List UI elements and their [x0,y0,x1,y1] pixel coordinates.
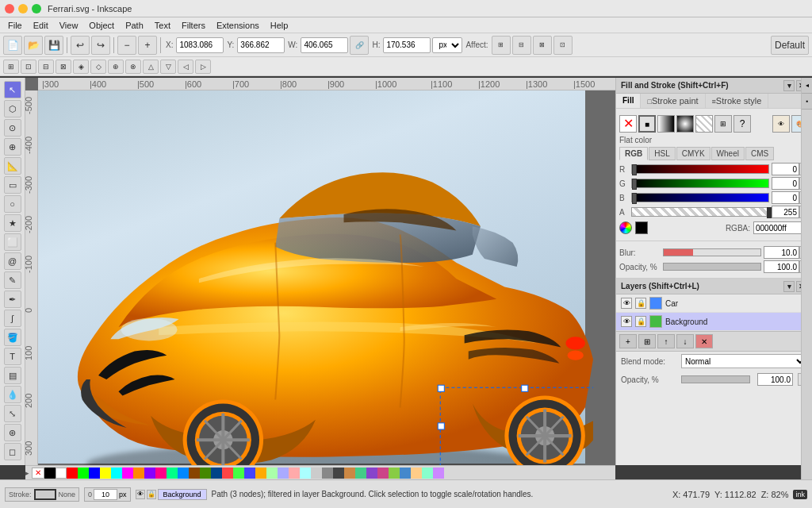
affect-btn3[interactable]: ⊠ [533,36,552,55]
minimize-button[interactable] [18,4,28,13]
3d-box-tool[interactable]: ⬜ [4,233,21,251]
palette-magenta[interactable] [122,468,133,479]
zoom-out-button[interactable]: − [117,36,136,55]
menu-text[interactable]: Text [150,19,175,32]
maximize-button[interactable] [32,4,41,13]
unknown-button[interactable]: ? [733,115,751,133]
layer-item-background[interactable]: 👁 🔒 Background [616,313,812,331]
palette-darkgray[interactable] [333,468,344,479]
radial-gradient-button[interactable] [676,115,694,133]
snap-btn5[interactable]: ◈ [73,60,89,74]
menu-file[interactable]: File [3,19,27,32]
visibility-toggle[interactable]: 👁 [136,490,145,499]
layer-duplicate-button[interactable]: ⊞ [638,334,656,348]
star-tool[interactable]: ★ [4,214,21,232]
g-thumb[interactable] [632,179,637,190]
palette-cornflower[interactable] [400,468,411,479]
spiral-tool[interactable]: @ [4,252,21,270]
blend-mode-select[interactable]: Normal Multiply Screen Overlay [681,354,807,368]
pencil-tool[interactable]: ✎ [4,271,21,289]
palette-skyblue[interactable] [178,468,189,479]
snap-btn11[interactable]: ◁ [178,60,193,74]
palette-white[interactable] [56,468,67,479]
a-thumb[interactable] [767,207,772,218]
layer-opacity-input[interactable] [757,373,793,386]
snap-btn4[interactable]: ⊠ [56,60,71,74]
palette-black[interactable] [44,468,56,479]
a-track[interactable] [631,207,769,217]
palette-pink[interactable] [155,468,167,479]
panel-settings-button[interactable]: ▾ [783,80,795,91]
open-button[interactable]: 📂 [24,36,43,55]
layer-lock-car[interactable]: 🔒 [635,298,646,309]
palette-navy[interactable] [211,468,222,479]
linear-gradient-button[interactable] [657,115,675,133]
palette-violet[interactable] [366,468,377,479]
snap-btn9[interactable]: △ [143,60,159,74]
palette-tan[interactable] [344,468,355,479]
measure-tool[interactable]: 📐 [4,157,21,175]
no-paint-button[interactable]: ✕ [619,115,637,133]
palette-green[interactable] [78,468,89,479]
g-track[interactable] [631,179,769,188]
palette-seafoam2[interactable] [422,468,433,479]
y-input[interactable] [237,37,285,53]
blur-track[interactable] [663,248,761,256]
palette-aqua[interactable] [300,468,311,479]
layers-settings-button[interactable]: ▾ [783,281,795,292]
palette-teal[interactable] [167,468,178,479]
x-input[interactable] [176,37,224,53]
palette-yellow[interactable] [100,468,111,479]
palette-lightblue[interactable] [244,468,255,479]
a-input[interactable] [772,206,799,218]
opacity-track[interactable] [663,263,761,271]
palette-olive[interactable] [200,468,211,479]
snap-btn6[interactable]: ◇ [90,60,106,74]
swatch-button[interactable]: ⊞ [714,115,732,133]
current-layer-indicator[interactable]: Background [158,489,207,500]
palette-seafoam[interactable] [355,468,366,479]
right-strip-btn1[interactable]: ◂ [802,78,812,94]
layer-add-button[interactable]: + [619,334,637,348]
color-picker-button1[interactable]: 👁 [772,115,790,133]
layer-delete-button[interactable]: ✕ [695,334,713,348]
right-strip-btn2[interactable]: ▪ [802,94,812,110]
text-tool[interactable]: T [4,348,21,365]
palette-brown[interactable] [189,468,200,479]
snap-btn1[interactable]: ⊞ [3,60,19,74]
menu-path[interactable]: Path [121,19,148,32]
gradient-tool[interactable]: ▤ [4,367,21,384]
calligraphy-tool[interactable]: ∫ [4,310,21,327]
snap-btn10[interactable]: ▽ [160,60,176,74]
palette-blue[interactable] [89,468,100,479]
hsl-tab[interactable]: HSL [649,147,675,160]
palette-mint[interactable] [266,468,278,479]
zoom-tool[interactable]: ⊕ [4,138,21,156]
snap-btn2[interactable]: ⊡ [21,60,36,74]
snap-btn8[interactable]: ⊗ [125,60,141,74]
new-button[interactable]: 📄 [3,36,22,55]
units-select[interactable]: px mm cm [432,37,462,53]
menu-edit[interactable]: Edit [29,19,53,32]
palette-salmon[interactable] [289,468,300,479]
ellipse-tool[interactable]: ○ [4,195,21,213]
layer-move-down-button[interactable]: ↓ [676,334,694,348]
select-tool[interactable]: ↖ [4,81,21,98]
cmyk-tab[interactable]: CMYK [676,147,710,160]
dropper-tool[interactable]: 💧 [4,386,21,403]
connector-tool[interactable]: ⤡ [4,405,21,422]
menu-help[interactable]: Help [266,19,293,32]
palette-red[interactable] [67,468,78,479]
palette-gray[interactable] [322,468,333,479]
bucket-tool[interactable]: 🪣 [4,329,21,346]
menu-filters[interactable]: Filters [177,19,210,32]
tweak-tool[interactable]: ⊙ [4,119,21,137]
palette-hotpink[interactable] [377,468,389,479]
layer-eye-bg[interactable]: 👁 [621,316,632,327]
r-thumb[interactable] [632,164,637,175]
pattern-button[interactable] [695,115,713,133]
close-button[interactable] [5,4,14,13]
palette-none[interactable]: ✕ [32,468,44,479]
pen-tool[interactable]: ✒ [4,291,21,308]
r-input[interactable] [772,163,799,175]
